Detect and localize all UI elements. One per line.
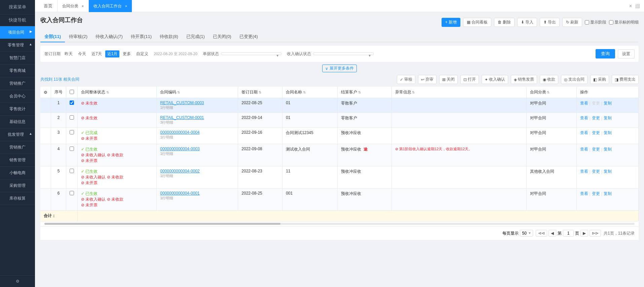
op-变更-btn[interactable]: 变更 — [592, 169, 600, 174]
sidebar-item-smart-store[interactable]: 智慧门店 — [0, 52, 35, 65]
query-btn[interactable]: 查询 — [596, 49, 615, 58]
col-contract-code[interactable]: 合同编码 — [157, 87, 238, 98]
doc-status-select[interactable] — [221, 52, 281, 55]
maximize-btn[interactable]: ⬜ — [635, 4, 640, 8]
tab-income-contract[interactable]: 收入合同工作台 × — [89, 0, 132, 12]
close-tab-icon[interactable]: × — [125, 4, 127, 8]
action-receipt-btn[interactable]: ◉ 收款 — [540, 75, 558, 84]
sidebar-item-purchase[interactable]: 采购管理 — [0, 179, 35, 192]
tab-home[interactable]: 首页 — [39, 0, 58, 12]
col-contract-category[interactable]: 合同分类 — [526, 87, 576, 98]
row-checkbox[interactable] — [70, 100, 74, 105]
sidebar-item-member[interactable]: 会员中心 — [0, 90, 35, 103]
action-income-confirm-btn[interactable]: ✦ 收入确认 — [482, 75, 508, 84]
close-all-btn[interactable]: ✕ — [629, 4, 632, 8]
prev-page-btn[interactable]: ◀ — [548, 230, 556, 237]
refresh-btn[interactable]: ↻ 刷新 — [562, 18, 582, 27]
sidebar-item-wholesale[interactable]: 批发管理 ▲ — [0, 128, 35, 141]
expand-more-btn[interactable]: ∨ 展开更多条件 — [322, 65, 357, 72]
sidebar-item-base-info[interactable]: 基础信息 — [0, 116, 35, 128]
sidebar-item-retail-stats[interactable]: 零售统计 — [0, 103, 35, 116]
action-abandon-btn[interactable]: ↩ 弃审 — [418, 75, 437, 84]
status-tab-pending-receipt[interactable]: 待收款(8) — [156, 32, 182, 42]
action-sales-invoice-btn[interactable]: ◈ 销售发票 — [511, 75, 537, 84]
row-checkbox[interactable] — [70, 169, 74, 173]
sidebar-item-retail-mgmt[interactable]: 零售管理 ▲ — [0, 39, 35, 52]
sidebar-quick-nav[interactable]: 快捷导航 — [0, 14, 35, 26]
status-tab-pending-invoice[interactable]: 待开票(11) — [127, 32, 156, 42]
sidebar-item-inventory[interactable]: 库存核算 — [0, 192, 35, 205]
status-tab-closed[interactable]: 已关闭(0) — [209, 32, 235, 42]
op-查看-btn[interactable]: 查看 — [580, 100, 588, 106]
status-tab-changed[interactable]: 已变更(4) — [235, 32, 262, 42]
row-checkbox[interactable] — [70, 115, 74, 120]
op-变更-btn[interactable]: 变更 — [592, 130, 600, 136]
op-查看-btn[interactable]: 查看 — [580, 115, 588, 121]
income-confirm-select[interactable] — [313, 52, 374, 55]
col-sign-date[interactable]: 签订日期 — [238, 87, 282, 98]
show-stage-check[interactable]: 显示阶段 — [585, 19, 606, 25]
op-查看-btn[interactable]: 查看 — [580, 147, 588, 152]
delete-btn[interactable]: 🗑 删除 — [494, 18, 515, 27]
op-复制-btn[interactable]: 复制 — [604, 191, 612, 197]
date-btn-yesterday[interactable]: 昨天 — [63, 50, 75, 57]
action-close-btn[interactable]: ⊠ 关闭 — [439, 75, 458, 84]
status-tab-pending-confirm[interactable]: 待收入确认(7) — [91, 32, 127, 42]
contract-code-link[interactable]: 0000000000004-0004 — [160, 130, 199, 135]
close-tab-icon[interactable]: × — [82, 4, 84, 8]
op-复制-btn[interactable]: 复制 — [604, 115, 612, 121]
contract-code-link[interactable]: RETAIL_CUSTOM-0001 — [160, 115, 204, 120]
date-btn-week7[interactable]: 近7天 — [89, 50, 104, 57]
col-settle-customer[interactable]: 结算客户 — [338, 87, 392, 98]
import-btn[interactable]: ⬇ 导入 — [517, 18, 537, 27]
op-变更-btn[interactable]: 变更 — [592, 191, 600, 197]
action-purchase-btn[interactable]: ◧ 采购 — [590, 75, 609, 84]
op-查看-btn[interactable]: 查看 — [580, 130, 588, 136]
sidebar-item-retail-commerce[interactable]: 零售商城 — [0, 65, 35, 77]
row-checkbox[interactable] — [70, 130, 74, 134]
action-expense-contract-btn[interactable]: ◎ 支出合同 — [561, 75, 588, 84]
action-expense-out-btn[interactable]: ◨ 费用支出 — [612, 75, 639, 84]
op-变更-btn[interactable]: 变更 — [592, 147, 600, 152]
status-tab-all[interactable]: 全部(11) — [40, 32, 65, 42]
first-page-btn[interactable]: ⊲⊲ — [536, 230, 547, 237]
contract-panel-btn[interactable]: ▦ 合同看板 — [463, 18, 491, 27]
contract-code-link[interactable]: 0000000000004-0001 — [160, 191, 199, 196]
op-复制-btn[interactable]: 复制 — [604, 100, 612, 106]
sidebar-item-project[interactable]: 项目合同 ▶ — [0, 26, 35, 39]
date-btn-today[interactable]: 今天 — [76, 50, 88, 57]
status-tab-completed[interactable]: 已完成(1) — [182, 32, 209, 42]
select-all-checkbox[interactable] — [70, 90, 74, 94]
contract-code-link[interactable]: 0000000000004-0003 — [160, 147, 199, 151]
new-btn[interactable]: + 新增 — [442, 18, 460, 27]
col-abnormal-info[interactable]: 异常信息 — [391, 87, 526, 98]
sidebar-settings[interactable]: ⚙ — [0, 275, 35, 287]
action-open-btn[interactable]: ⊡ 打开 — [460, 75, 479, 84]
row-checkbox[interactable] — [70, 147, 74, 151]
date-btn-month1[interactable]: 近1月 — [105, 50, 120, 57]
contract-code-link[interactable]: 0000000000004-0002 — [160, 169, 199, 173]
sidebar-item-marketing2[interactable]: 营销推广 — [0, 141, 35, 154]
settings-btn[interactable]: 设置 — [618, 49, 635, 58]
row-checkbox[interactable] — [70, 191, 74, 195]
op-变更-btn[interactable]: 变更 — [592, 115, 600, 121]
page-input[interactable] — [563, 230, 574, 237]
op-复制-btn[interactable]: 复制 — [604, 169, 612, 174]
status-tab-pending-review[interactable]: 待审核(2) — [65, 32, 91, 42]
sidebar-item-marketing[interactable]: 营销推广 — [0, 77, 35, 90]
sidebar-item-sales[interactable]: 销售管理 — [0, 154, 35, 167]
op-查看-btn[interactable]: 查看 — [580, 169, 588, 174]
col-setting[interactable]: ⚙ — [40, 87, 51, 98]
show-mark-check[interactable]: 显示标的明细 — [609, 19, 639, 25]
page-size-dropdown[interactable]: 50 — [520, 230, 533, 237]
contract-code-link[interactable]: RETAIL_CUSTOM-0003 — [160, 100, 204, 105]
tab-contract-category[interactable]: 合同分类 × — [58, 0, 89, 12]
last-page-btn[interactable]: ⊳⊳ — [590, 230, 601, 237]
sidebar-item-xiaochangec[interactable]: 小畅电商 — [0, 167, 35, 179]
op-查看-btn[interactable]: 查看 — [580, 191, 588, 197]
sidebar-search[interactable]: 搜索菜单 — [0, 0, 35, 14]
next-page-btn[interactable]: ▶ — [580, 230, 588, 237]
date-btn-more[interactable]: 更多 — [121, 50, 133, 57]
col-overall-status[interactable]: 合同整体状态 — [78, 87, 157, 98]
export-btn[interactable]: ⬆ 导出 — [540, 18, 560, 27]
